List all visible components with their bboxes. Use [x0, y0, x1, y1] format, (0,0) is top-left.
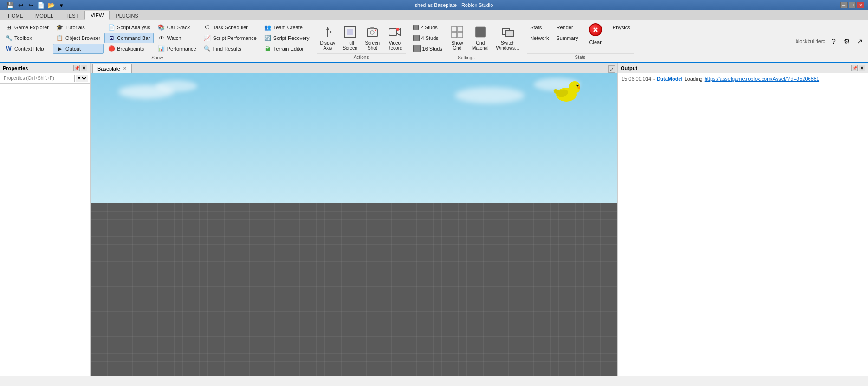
maximize-button[interactable]: □ [849, 2, 856, 8]
dropdown-button[interactable]: ▾ [57, 0, 66, 10]
stats-btn[interactable]: Stats [527, 22, 552, 32]
performance-label: Performance [167, 46, 196, 51]
full-screen-icon [343, 25, 357, 39]
viewport-tab-close-btn[interactable]: ✕ [123, 66, 127, 71]
output-link[interactable]: https://assetgame.roblox.com/Asset/?id=9… [705, 75, 819, 83]
ribbon-section-actions: DisplayAxis FullScreen [315, 21, 408, 61]
output-close-button[interactable]: ✕ [859, 65, 865, 71]
summary-btn[interactable]: Summary [553, 33, 581, 43]
command-bar-btn[interactable]: ⊡ Command Bar [104, 33, 154, 43]
tab-model[interactable]: MODEL [29, 11, 59, 20]
script-recovery-btn[interactable]: 🔄 Script Recovery [261, 33, 313, 43]
2-studs-btn[interactable]: 2 Studs [410, 22, 446, 32]
find-results-btn[interactable]: 🔍 Find Results [201, 44, 260, 54]
command-bar-icon: ⊡ [108, 34, 115, 42]
viewport-tab-bar: Baseplate ✕ ⤢ [91, 63, 617, 73]
show-col5: ⏱ Task Scheduler 📈 Script Performance 🔍 … [201, 22, 260, 54]
display-axis-label: DisplayAxis [320, 40, 336, 51]
stud-size-group: 2 Studs 4 Studs 16 Studs [410, 22, 446, 54]
task-scheduler-label: Task Scheduler [213, 25, 248, 30]
tab-plugins[interactable]: PLUGINS [110, 11, 144, 20]
ribbon-section-settings: 2 Studs 4 Studs 16 Studs [408, 21, 525, 61]
video-record-btn[interactable]: VideoRecord [384, 22, 405, 53]
svg-rect-13 [452, 26, 457, 32]
new-button[interactable]: 📄 [36, 0, 45, 10]
call-stack-label: Call Stack [167, 25, 190, 30]
screen-shot-btn[interactable]: ScreenShot [362, 22, 383, 53]
switch-windows-btn[interactable]: SwitchWindows… [493, 22, 523, 53]
16-studs-btn[interactable]: 16 Studs [410, 44, 446, 54]
script-performance-btn[interactable]: 📈 Script Performance [201, 33, 260, 43]
help-button[interactable]: ? [829, 37, 838, 46]
save-button[interactable]: 💾 [6, 0, 15, 10]
stats-section-label: Stats [527, 53, 634, 60]
physics-btn[interactable]: Physics [609, 22, 634, 32]
task-scheduler-icon: ⏱ [204, 24, 211, 31]
script-analysis-btn[interactable]: 📄 Script Analysis [104, 22, 154, 32]
output-panel-header: Output 📌 ✕ [618, 63, 868, 73]
tutorials-btn[interactable]: 🎓 Tutorials [53, 22, 104, 32]
display-axis-btn[interactable]: DisplayAxis [317, 22, 339, 53]
properties-pin-button[interactable]: 📌 [73, 65, 80, 71]
show-col2: 🎓 Tutorials 📋 Object Browser ▶ Output [53, 22, 104, 54]
viewport-canvas[interactable] [91, 73, 617, 376]
show-grid-btn[interactable]: ShowGrid [447, 22, 468, 53]
context-help-btn[interactable]: W Context Help [2, 44, 52, 54]
minimize-button[interactable]: ─ [840, 2, 848, 8]
context-help-icon: W [5, 45, 13, 52]
output-header-controls: 📌 ✕ [851, 65, 865, 71]
performance-btn[interactable]: 📊 Performance [155, 44, 200, 54]
render-btn[interactable]: Render [553, 22, 581, 32]
script-recovery-icon: 🔄 [264, 34, 272, 42]
grid-material-btn[interactable]: GridMaterial [469, 22, 492, 53]
open-button[interactable]: 📂 [46, 0, 56, 10]
viewport-tab-baseplate[interactable]: Baseplate ✕ [92, 64, 132, 73]
grid-material-icon [473, 25, 488, 39]
window-title: shed as Baseplate - Roblox Studio [68, 2, 840, 8]
team-create-label: Team Create [273, 25, 303, 30]
watch-btn[interactable]: 👁 Watch [155, 33, 200, 43]
close-button[interactable]: ✕ [857, 2, 864, 8]
actions-content: DisplayAxis FullScreen [317, 22, 406, 53]
find-results-icon: 🔍 [204, 45, 211, 52]
task-scheduler-btn[interactable]: ⏱ Task Scheduler [201, 22, 260, 32]
properties-filter-dropdown[interactable]: ▾ [76, 75, 88, 82]
terrain-editor-btn[interactable]: 🏔 Terrain Editor [261, 44, 313, 54]
undo-button[interactable]: ↩ [16, 0, 25, 10]
output-timestamp: 15:06:00.014 [622, 75, 651, 83]
object-browser-btn[interactable]: 📋 Object Browser [53, 33, 104, 43]
viewport-tab-label: Baseplate [97, 66, 120, 71]
watch-label: Watch [167, 35, 181, 41]
4-studs-btn[interactable]: 4 Studs [410, 33, 446, 43]
clear-btn[interactable]: Clear [586, 37, 605, 47]
toolbox-btn[interactable]: 🔧 Toolbox [2, 33, 52, 43]
share-button[interactable]: ↗ [855, 37, 864, 46]
viewport-maximize-btn[interactable]: ⤢ [608, 65, 615, 73]
16-studs-label: 16 Studs [422, 46, 442, 51]
video-record-label: VideoRecord [387, 40, 402, 51]
stats-col3: Physics [609, 22, 634, 32]
ribbon: ⊞ Game Explorer 🔧 Toolbox W Context Help… [0, 20, 868, 63]
output-btn[interactable]: ▶ Output [53, 44, 104, 54]
svg-rect-8 [370, 27, 374, 29]
tab-home[interactable]: HOME [2, 11, 29, 20]
properties-close-button[interactable]: ✕ [81, 65, 87, 71]
title-bar: 💾 ↩ ↪ 📄 📂 ▾ shed as Baseplate - Roblox S… [0, 0, 868, 10]
script-analysis-icon: 📄 [108, 24, 115, 31]
clear-label: Clear [589, 39, 602, 45]
breakpoints-btn[interactable]: 🔴 Breakpoints [104, 44, 154, 54]
game-explorer-btn[interactable]: ⊞ Game Explorer [2, 22, 52, 32]
toolbox-icon: 🔧 [5, 34, 13, 42]
full-screen-btn[interactable]: FullScreen [339, 22, 361, 53]
output-pin-button[interactable]: 📌 [851, 65, 858, 71]
tab-view[interactable]: VIEW [84, 11, 110, 20]
svg-rect-5 [347, 29, 353, 35]
settings-button[interactable]: ⚙ [842, 37, 851, 46]
tab-test[interactable]: TEST [59, 11, 84, 20]
properties-filter-input[interactable] [2, 75, 75, 82]
network-btn[interactable]: Network [527, 33, 552, 43]
call-stack-btn[interactable]: 📚 Call Stack [155, 22, 200, 32]
redo-button[interactable]: ↪ [26, 0, 35, 10]
svg-point-25 [577, 84, 579, 87]
team-create-btn[interactable]: 👥 Team Create [261, 22, 313, 32]
